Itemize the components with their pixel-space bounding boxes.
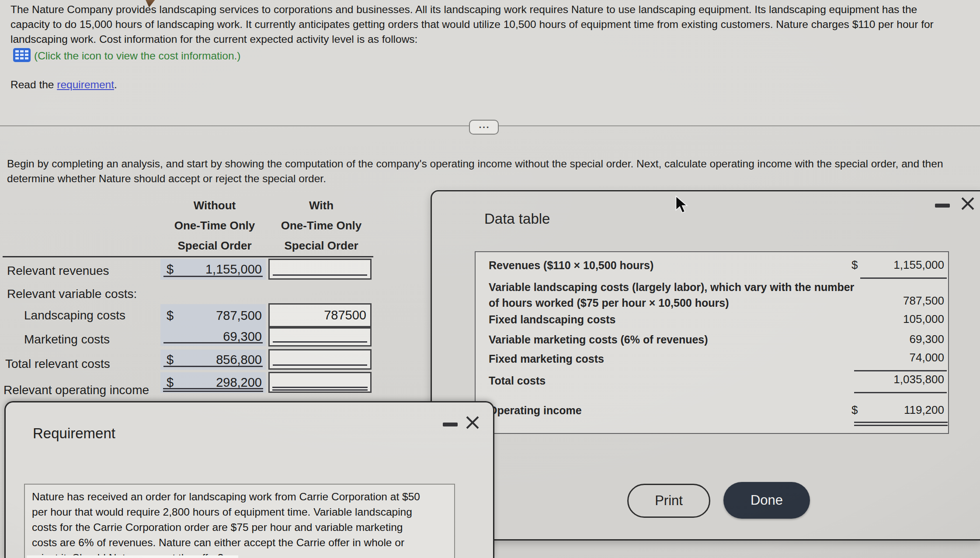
col1-header-line1: Without: [157, 199, 272, 212]
dt-label-variable-landscaping-line1: Variable landscaping costs (largely labo…: [489, 281, 854, 294]
read-requirement-line: Read the requirement.: [10, 79, 117, 91]
double-underline: [854, 422, 948, 426]
dt-amount-total-costs: 1,035,800: [893, 373, 944, 386]
ellipsis-dots: •••: [477, 125, 490, 130]
data-table-window: Data table Revenues ($110 × 10,500 hours…: [431, 190, 980, 541]
dt-label-revenues: Revenues ($110 × 10,500 hours): [489, 259, 653, 272]
dollar-sign: $: [167, 375, 174, 390]
with-cell-relevant-revenues: [268, 259, 372, 280]
dt-amount-fixed-marketing: 74,000: [909, 351, 944, 364]
cost-info-icon[interactable]: [13, 48, 31, 62]
dt-label-variable-landscaping-line2: of hours worked ($75 per hour × 10,500 h…: [489, 297, 729, 309]
row-label-marketing-costs: Marketing costs: [24, 333, 110, 347]
scrollbar-strip: [27, 555, 238, 558]
problem-line-2: capacity to do 15,000 hours of landscapi…: [10, 18, 934, 31]
col2-header-line2: One-Time Only: [264, 219, 379, 232]
dt-label-fixed-marketing: Fixed marketing costs: [489, 353, 604, 365]
dollar-sign: $: [851, 258, 858, 272]
row-label-relevant-operating-income: Relevant operating income: [3, 383, 149, 397]
dt-value-operating-income: $ 119,200: [851, 403, 944, 417]
divider-handle[interactable]: •••: [469, 120, 499, 135]
with-input-total-relevant-costs[interactable]: [270, 350, 370, 368]
without-value-marketing-costs: 69,300: [223, 329, 262, 344]
requirement-line-2: per hour that would require 2,800 hours …: [32, 504, 447, 520]
with-cell-relevant-operating-income: [268, 372, 372, 393]
requirement-textbox: Nature has received an order for landsca…: [24, 484, 455, 558]
dollar-sign: $: [167, 262, 174, 277]
requirement-line-3: costs for the Carrie Corporation order a…: [32, 520, 447, 535]
dollar-sign: $: [167, 353, 174, 367]
close-x-glyph: [960, 195, 976, 212]
underline: [854, 392, 947, 393]
dt-value-fixed-landscaping: 105,000: [851, 312, 944, 326]
mouse-cursor: [674, 195, 689, 216]
dt-value-total-costs: 1,035,800: [851, 373, 944, 386]
requirement-line-1: Nature has received an order for landsca…: [32, 489, 447, 504]
col2-header-line1: With: [264, 199, 379, 212]
with-input-relevant-operating-income[interactable]: [270, 373, 370, 392]
dt-label-variable-marketing: Variable marketing costs (6% of revenues…: [489, 333, 708, 346]
dollar-sign: $: [167, 308, 174, 323]
with-input-relevant-revenues[interactable]: [270, 260, 370, 278]
minimize-icon[interactable]: [935, 204, 950, 208]
read-prefix: Read the: [10, 79, 57, 90]
close-icon[interactable]: [960, 195, 976, 214]
close-icon[interactable]: [465, 414, 480, 433]
minimize-icon[interactable]: [443, 423, 458, 426]
instruction-line-2: determine whether Nature should accept o…: [7, 173, 326, 185]
dollar-sign: $: [851, 403, 858, 417]
done-button[interactable]: Done: [723, 482, 810, 519]
without-cell-total-relevant-costs: $ 856,800: [160, 350, 266, 370]
underline: [854, 370, 947, 371]
row-label-total-relevant-costs: Total relevant costs: [5, 357, 110, 371]
pointer-arrow-icon: [674, 195, 689, 215]
without-value-relevant-revenues: 1,155,000: [205, 262, 262, 277]
screen: The Nature Company provides landscaping …: [0, 0, 980, 558]
dt-label-fixed-landscaping: Fixed landscaping costs: [489, 313, 615, 326]
dt-value-variable-marketing: 69,300: [851, 333, 944, 346]
without-value-relevant-operating-income: 298,200: [216, 375, 262, 390]
without-cell-landscaping-costs: $ 787,500: [160, 304, 266, 327]
problem-line-3: landscaping work. Cost information for t…: [10, 33, 417, 45]
dt-value-revenues: $ 1,155,000: [851, 258, 944, 272]
header-rule: [3, 256, 373, 257]
col1-header-line3: Special Order: [157, 239, 272, 253]
print-button[interactable]: Print: [627, 484, 710, 518]
cost-info-note: (Click the icon to view the cost informa…: [34, 50, 241, 62]
requirement-line-4: costs are 6% of revenues. Nature can eit…: [32, 535, 447, 550]
dt-amount-variable-marketing: 69,300: [909, 333, 944, 346]
row-label-relevant-revenues: Relevant revenues: [7, 264, 109, 278]
read-suffix: .: [114, 79, 117, 90]
without-value-total-relevant-costs: 856,800: [216, 353, 262, 367]
row-label-landscaping-costs: Landscaping costs: [24, 308, 125, 322]
requirement-window-title: Requirement: [33, 425, 115, 442]
with-cell-landscaping-costs: [268, 303, 372, 327]
table-grid-icon: [13, 48, 31, 62]
data-table-window-title: Data table: [484, 211, 550, 227]
dt-amount-variable-landscaping: 787,500: [903, 294, 944, 308]
dt-value-variable-landscaping: 787,500: [851, 294, 944, 308]
without-cell-relevant-operating-income: $ 298,200: [160, 372, 266, 393]
dt-amount-fixed-landscaping: 105,000: [903, 312, 944, 326]
close-x-glyph: [465, 414, 480, 431]
dt-value-fixed-marketing: 74,000: [851, 351, 944, 364]
col2-header-line3: Special Order: [264, 239, 379, 253]
with-input-landscaping-costs[interactable]: [270, 305, 370, 326]
with-cell-marketing-costs: [268, 327, 372, 347]
col1-header-line2: One-Time Only: [157, 219, 272, 232]
with-cell-total-relevant-costs: [268, 349, 372, 370]
without-cell-relevant-revenues: $ 1,155,000: [160, 259, 266, 280]
requirement-link[interactable]: requirement: [57, 79, 114, 90]
without-value-landscaping-costs: 787,500: [216, 308, 262, 323]
dt-amount-operating-income: 119,200: [904, 403, 944, 417]
underline: [860, 277, 947, 279]
dt-label-total-costs: Total costs: [489, 374, 546, 387]
with-input-marketing-costs[interactable]: [270, 329, 370, 345]
without-cell-marketing-costs: 69,300: [160, 327, 266, 346]
dt-amount-revenues: 1,155,000: [893, 258, 944, 272]
problem-line-1: The Nature Company provides landscaping …: [10, 3, 917, 16]
requirement-window: Requirement Nature has received an order…: [4, 401, 494, 558]
row-label-relevant-variable-costs: Relevant variable costs:: [7, 287, 137, 301]
data-table-panel: Revenues ($110 × 10,500 hours) $ 1,155,0…: [475, 251, 949, 434]
dt-label-operating-income: Operating income: [489, 404, 582, 417]
